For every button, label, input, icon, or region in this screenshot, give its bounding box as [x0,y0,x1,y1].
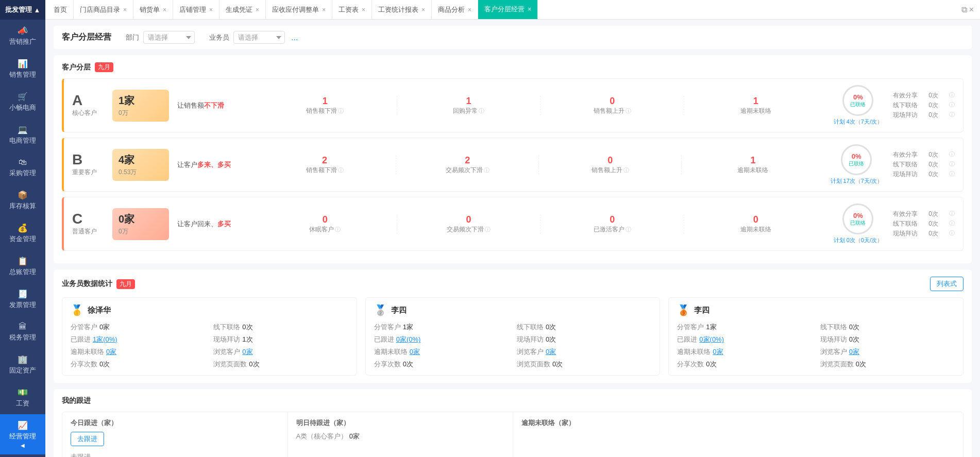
stat-key-1-4: 逾期未联络 [374,347,408,357]
sidebar-collapse-icon[interactable]: ▲ [34,6,41,14]
stat-info-a-2[interactable]: ⓘ [949,111,955,120]
info-icon-b-0[interactable]: ⓘ [338,166,344,174]
info-icon-c-0[interactable]: ⓘ [335,226,341,233]
stat-info-c-0[interactable]: ⓘ [949,210,955,218]
tier-row-c: C 普通客户 0家 0万 让客户回来、多买 0 休眠客户ⓘ 0 [62,197,964,251]
more-filter-btn[interactable]: ... [291,33,298,42]
info-icon-b-2[interactable]: ⓘ [623,166,629,174]
list-view-btn[interactable]: 列表式 [930,277,964,291]
sidebar-item-ledger[interactable]: 📋 总账管理 [0,250,45,283]
linked-pct-a: 0% [853,93,863,101]
stat-info-b-0[interactable]: ⓘ [949,150,955,159]
info-icon-a-1[interactable]: ⓘ [479,107,484,115]
stat-val-1-5[interactable]: 0家 [546,347,556,357]
tab-store-manage-close[interactable]: × [209,6,213,13]
metric-a-3: 1 逾期未联络 [684,96,827,115]
stat-info-b-1[interactable]: ⓘ [949,160,955,169]
sidebar-item-management[interactable]: 📈 经营管理 ◀ [0,414,45,454]
sidebar-item-label: 库存核算 [9,201,36,211]
sidebar-item-basic[interactable]: ℹ 基础信息 [0,454,45,457]
tab-ar-ap[interactable]: 应收应付调整单 × [266,0,332,20]
stat-info-c-2[interactable]: ⓘ [949,229,955,238]
stat-item-1-5: 浏览客户 0家 [517,347,651,357]
sidebar-item-label: 资金管理 [9,234,36,244]
tab-ar-ap-label: 应收应付调整单 [272,5,319,14]
tab-customer-tier[interactable]: 客户分层经营 × [478,0,538,20]
tab-customer-tier-close[interactable]: × [528,6,531,13]
sidebar-item-ecom[interactable]: 💻 电商管理 [0,119,45,151]
info-icon-c-2[interactable]: ⓘ [626,226,631,233]
salesman-section-header: 业务员数据统计 九月 列表式 [62,277,964,291]
tab-payroll[interactable]: 工资表 × [332,0,372,20]
tab-store-manage[interactable]: 店铺管理 × [173,0,219,20]
stat-item-2-5: 浏览客户 0家 [820,347,955,357]
sidebar-item-marketing[interactable]: 📣 营销推广 [0,20,45,53]
stat-val-1-2[interactable]: 0家(0%) [396,335,421,344]
salesman-stats-1: 分管客户 1家 线下联络 0次 已跟进 0家(0%) 现场拜访 [374,323,652,369]
stat-val-0-4[interactable]: 0家 [106,347,116,357]
finance-icon: 💰 [18,223,28,233]
tab-sales-order[interactable]: 销货单 × [133,0,173,20]
sidebar-item-purchase[interactable]: 🛍 采购管理 [0,151,45,184]
stat-val-0-2[interactable]: 1家(0%) [93,335,117,344]
info-icon-a-0[interactable]: ⓘ [338,107,344,115]
tier-stat-row-b-1: 线下联络 0次 ⓘ [893,160,955,169]
tab-store-catalog-close[interactable]: × [123,6,127,13]
tab-home[interactable]: 首页 [47,0,74,20]
tab-ar-ap-close[interactable]: × [322,6,326,13]
sidebar-item-ecom-small[interactable]: 🛒 小畅电商 [0,86,45,119]
sidebar-item-invoice[interactable]: 🧾 发票管理 [0,283,45,316]
tab-restore-btn[interactable]: ⧉ [961,5,967,14]
filter-sales-select[interactable]: 请选择 [233,31,285,44]
tab-close-all-btn[interactable]: × [969,5,974,14]
sidebar-item-finance[interactable]: 💰 资金管理 [0,217,45,250]
filter-dept-select[interactable]: 请选择 [143,31,195,44]
stat-val-2-2[interactable]: 0家(0%) [699,335,724,344]
sidebar-logo[interactable]: 批发管理 ▲ [0,0,45,20]
sidebar-item-assets[interactable]: 🏢 固定资产 [0,348,45,381]
tab-payroll-close[interactable]: × [362,6,365,13]
info-icon-c-1[interactable]: ⓘ [485,226,491,233]
metric-num-c-1: 0 [401,214,536,225]
tier-metrics-c: 0 休眠客户ⓘ 0 交易频次下滑ⓘ 0 已激活客户ⓘ 0 逾期未联络 [254,214,827,234]
stat-key-2-6: 分享次数 [677,360,704,369]
tier-row-a: A 核心客户 1家 0万 让销售额不下滑 1 销售额下滑ⓘ 1 [62,78,964,132]
stat-val-2-5[interactable]: 0家 [849,347,859,357]
stat-info-b-2[interactable]: ⓘ [949,170,955,179]
tab-sales-order-close[interactable]: × [163,6,166,13]
stat-key-0-1: 线下联络 [213,323,240,332]
tier-count-num-a: 1家 [119,94,163,108]
tab-store-catalog[interactable]: 门店商品目录 × [74,0,133,20]
stat-val-0-5[interactable]: 0家 [242,347,252,357]
linked-circle-c: 0% 已联络 [842,204,873,234]
tab-payroll-report-close[interactable]: × [421,6,425,13]
tab-end-buttons: ⧉ × [957,5,978,14]
sidebar-item-payroll[interactable]: 💵 工资 [0,381,45,414]
tab-product-analysis-close[interactable]: × [468,6,471,13]
tier-count-inner-a: 1家 0万 [112,90,169,122]
stat-info-a-1[interactable]: ⓘ [949,101,955,110]
tab-customer-tier-label: 客户分层经营 [484,5,525,14]
sidebar-item-tax[interactable]: 🏛 税务管理 [0,316,45,348]
goto-followup-btn[interactable]: 去跟进 [71,432,104,446]
stat-info-a-0[interactable]: ⓘ [949,91,955,100]
plan-highlight-c: 0天/次 [861,237,877,243]
info-icon-b-1[interactable]: ⓘ [484,166,489,174]
sidebar-item-inventory[interactable]: 📦 库存核算 [0,184,45,217]
info-icon-a-2[interactable]: ⓘ [626,107,631,115]
tier-count-box-b: 4家 0.53万 [112,149,169,181]
sidebar-item-sales[interactable]: 📊 销售管理 [0,53,45,86]
stat-val-1-4[interactable]: 0家 [410,347,420,357]
tier-stat-row-c-2: 现场拜访 0次 ⓘ [893,229,955,238]
stat-key-1-2: 已跟进 [374,335,394,344]
tab-voucher-close[interactable]: × [256,6,259,13]
tier-letter-c: C [72,212,108,226]
tab-payroll-report[interactable]: 工资统计报表 × [372,0,432,20]
stat-item-1-3: 现场拜访 0次 [517,335,651,344]
filter-sales-label: 业务员 [209,33,229,42]
tab-product-analysis[interactable]: 商品分析 × [432,0,478,20]
tab-voucher[interactable]: 生成凭证 × [219,0,266,20]
stat-val-2-4[interactable]: 0家 [713,347,723,357]
salesman-name-1: 李四 [391,306,407,315]
stat-info-c-1[interactable]: ⓘ [949,219,955,228]
